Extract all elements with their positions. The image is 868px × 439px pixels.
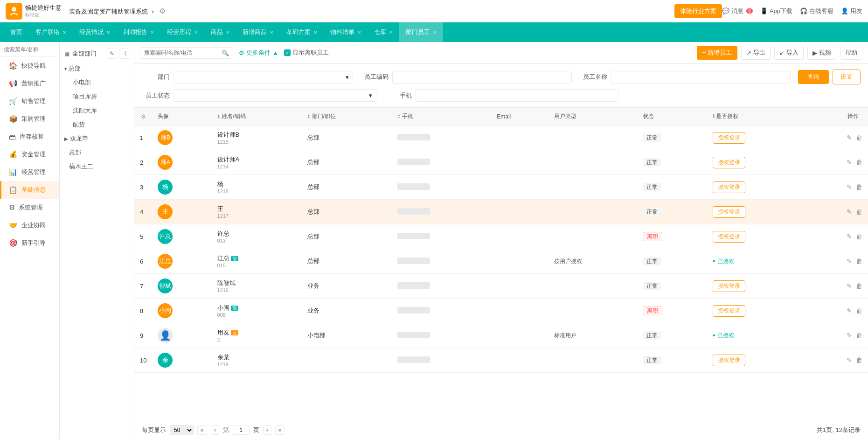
sidebar-item-basic[interactable]: 📋 基础信息 <box>0 181 59 199</box>
close-tab-operation[interactable]: ✕ <box>106 30 110 35</box>
close-tab-employee[interactable]: ✕ <box>433 30 437 35</box>
show-resigned-checkbox[interactable]: ✓ <box>284 49 291 56</box>
help-btn[interactable]: 帮助 <box>840 46 862 60</box>
edit-btn[interactable]: ✎ <box>847 307 852 314</box>
edit-btn[interactable]: ✎ <box>847 208 852 216</box>
dept-item-shenyangdajia[interactable]: 沈阳大库 <box>60 104 134 118</box>
phone-input[interactable] <box>416 89 618 102</box>
view-btn[interactable]: ▶ 视频 <box>807 46 836 60</box>
delete-btn[interactable]: 🗑 <box>856 183 862 191</box>
close-tab-add-goods[interactable]: ✕ <box>270 30 273 35</box>
close-tab-bom[interactable]: ✕ <box>357 30 361 35</box>
auth-btn[interactable]: 授权登录 <box>713 355 745 366</box>
dept-item-puguwanger[interactable]: 槁木王二 <box>60 160 134 174</box>
auth-btn[interactable]: 授权登录 <box>713 157 745 168</box>
tab-operation[interactable]: 经营情况 ✕ <box>73 22 117 42</box>
set-btn[interactable]: 设置 <box>833 70 861 84</box>
dept-group-zongbu[interactable]: ▾ 总部 <box>60 62 134 76</box>
delete-btn[interactable]: 🗑 <box>856 233 862 240</box>
tab-profit[interactable]: 利润报告 ✕ <box>117 22 160 42</box>
edit-btn[interactable]: ✎ <box>847 356 852 364</box>
delete-btn[interactable]: 🗑 <box>856 356 862 364</box>
sidebar-item-finance[interactable]: 💰 资金管理 <box>0 146 59 163</box>
delete-btn[interactable]: 🗑 <box>856 332 862 339</box>
system-dropdown-icon[interactable]: ▾ <box>152 9 154 14</box>
sidebar-item-sales[interactable]: 🛒 销售管理 <box>0 92 59 110</box>
next-page-btn[interactable]: › <box>263 425 271 435</box>
more-filter-btn[interactable]: ⚙ 更多条件 ▲ <box>239 49 278 57</box>
add-employee-btn[interactable]: + 新增员工 <box>697 46 737 60</box>
delete-btn[interactable]: 🗑 <box>856 208 862 216</box>
tab-barcode[interactable]: 条码方案 ✕ <box>280 22 324 42</box>
close-tab-customer[interactable]: ✕ <box>62 30 66 35</box>
sidebar-item-shortcut[interactable]: 🏠 快捷导航 <box>0 57 59 75</box>
emp-name-input[interactable] <box>611 71 791 84</box>
tab-warehouse[interactable]: 仓库 ✕ <box>368 22 399 42</box>
export-btn[interactable]: ↗ 导出 <box>741 46 771 60</box>
tab-employee[interactable]: 部门员工 ✕ <box>399 22 443 42</box>
dept-item-peihuo[interactable]: 配货 <box>60 118 134 132</box>
sidebar-item-system[interactable]: ⚙ 系统管理 <box>0 199 59 216</box>
page-size-select[interactable]: 50 100 200 <box>170 425 194 435</box>
user-btn[interactable]: 👤 用友 <box>841 7 862 15</box>
dept-item-zongbu2[interactable]: 总部 <box>60 146 134 160</box>
close-tab-profit[interactable]: ✕ <box>150 30 154 35</box>
auth-btn[interactable]: 授权登录 <box>713 206 745 218</box>
emp-status-select[interactable]: ▾ <box>174 89 376 102</box>
dept-item-xiaodianbu[interactable]: 小电部 <box>60 76 134 90</box>
last-page-btn[interactable]: » <box>275 425 285 435</box>
dept-edit-icon[interactable]: ✎ <box>107 49 117 59</box>
experience-btn[interactable]: 体验行业方案 <box>674 4 722 18</box>
search-menu-input[interactable] <box>4 46 60 53</box>
dept-select[interactable]: ▾ <box>174 71 353 84</box>
col-settings[interactable]: ⚙ <box>134 108 152 125</box>
app-download-btn[interactable]: 📱 App下载 <box>760 7 792 15</box>
edit-btn[interactable]: ✎ <box>847 258 852 265</box>
edit-btn[interactable]: ✎ <box>847 332 852 339</box>
delete-btn[interactable]: 🗑 <box>856 307 862 314</box>
tab-customer[interactable]: 客户联络 ✕ <box>29 22 73 42</box>
search-input[interactable] <box>144 49 220 56</box>
close-tab-history[interactable]: ✕ <box>194 30 198 35</box>
page-number-input[interactable] <box>233 425 250 435</box>
dept-collapse-icon[interactable]: 《 <box>119 49 129 59</box>
tab-bom[interactable]: 物料清单 ✕ <box>324 22 368 42</box>
message-btn[interactable]: 💬 消息 6 <box>722 7 753 15</box>
close-tab-barcode[interactable]: ✕ <box>313 30 317 35</box>
import-btn[interactable]: ↙ 导入 <box>774 46 804 60</box>
query-btn[interactable]: 查询 <box>798 70 829 84</box>
auth-btn[interactable]: 授权登录 <box>713 181 745 193</box>
edit-btn[interactable]: ✎ <box>847 282 852 290</box>
auth-btn[interactable]: 授权登录 <box>713 280 745 292</box>
first-page-btn[interactable]: « <box>197 425 207 435</box>
delete-btn[interactable]: 🗑 <box>856 258 862 265</box>
auth-btn[interactable]: 授权登录 <box>713 305 745 317</box>
tab-add-goods[interactable]: 新增商品 ✕ <box>236 22 280 42</box>
tab-home[interactable]: 首页 <box>4 22 29 42</box>
emp-code-input[interactable] <box>392 71 572 84</box>
edit-btn[interactable]: ✎ <box>847 159 852 166</box>
sidebar-item-inventory[interactable]: 🗃 库存核算 <box>0 128 59 146</box>
edit-btn[interactable]: ✎ <box>847 233 852 240</box>
sidebar-item-marketing[interactable]: 📢 营销推广 <box>0 75 59 92</box>
sidebar-item-purchase[interactable]: 📦 采购管理 <box>0 110 59 128</box>
sidebar-item-operation[interactable]: 📊 经营管理 <box>0 163 59 181</box>
online-service-btn[interactable]: 🎧 在线客服 <box>800 7 833 15</box>
edit-btn[interactable]: ✎ <box>847 134 852 141</box>
prev-page-btn[interactable]: ‹ <box>211 425 219 435</box>
delete-btn[interactable]: 🗑 <box>856 282 862 290</box>
close-tab-warehouse[interactable]: ✕ <box>389 30 393 35</box>
tab-history[interactable]: 经营历程 ✕ <box>160 22 204 42</box>
sidebar-item-guide[interactable]: 🎯 新手引导 <box>0 234 59 252</box>
close-tab-goods[interactable]: ✕ <box>226 30 229 35</box>
dept-item-xiangmukufang[interactable]: 项目库房 <box>60 90 134 104</box>
auth-btn[interactable]: 授权登录 <box>713 231 745 243</box>
tab-goods[interactable]: 商品 ✕ <box>204 22 236 42</box>
settings-gear-icon[interactable]: ⚙ <box>159 7 166 15</box>
auth-btn[interactable]: 授权登录 <box>713 132 745 144</box>
show-resigned-toggle[interactable]: ✓ 显示离职员工 <box>284 49 329 57</box>
delete-btn[interactable]: 🗑 <box>856 159 862 166</box>
edit-btn[interactable]: ✎ <box>847 183 852 191</box>
delete-btn[interactable]: 🗑 <box>856 134 862 141</box>
sidebar-item-collab[interactable]: 🤝 企业协同 <box>0 216 59 234</box>
